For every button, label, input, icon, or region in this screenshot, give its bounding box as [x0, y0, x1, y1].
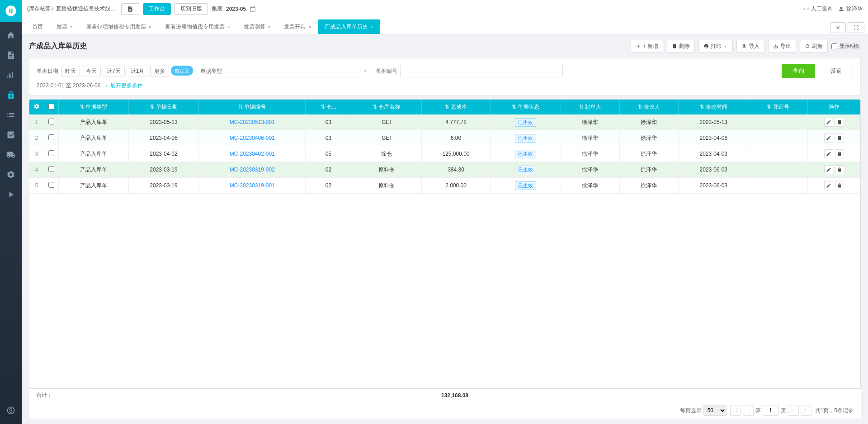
record-link[interactable]: MC-20230513-001	[230, 119, 275, 125]
btn-1month[interactable]: 近1月	[127, 66, 149, 76]
cell-checkbox[interactable]	[44, 146, 58, 162]
row-checkbox[interactable]	[48, 182, 54, 188]
show-detail-checkbox[interactable]	[831, 43, 837, 49]
delete-btn[interactable]: 删除	[667, 40, 695, 52]
delete-row-btn[interactable]	[835, 118, 844, 127]
table-row: 4 产品入库单 2023-03-19 MC-20230319-002 02 原料…	[29, 162, 860, 178]
btn-custom[interactable]: 自定义	[171, 66, 193, 76]
type-select[interactable]	[225, 65, 360, 77]
first-page-btn[interactable]: 《	[730, 405, 741, 416]
cell-checkbox[interactable]	[44, 178, 58, 194]
row-checkbox[interactable]	[48, 134, 54, 140]
tab-sales-vat[interactable]: 查看销项增值税专用发票 ×	[80, 19, 158, 34]
status-badge: 已生效	[515, 150, 536, 158]
edit-icon	[826, 151, 831, 157]
next-page-btn[interactable]: 〉	[788, 405, 799, 416]
tab-invoice-issue-close[interactable]: ×	[308, 24, 311, 29]
sidebar-item-play[interactable]	[0, 185, 22, 205]
edit-btn[interactable]	[824, 133, 833, 143]
sidebar-item-lock[interactable]	[0, 85, 22, 105]
cell-modifier: 徐泽华	[619, 114, 678, 130]
select-all-checkbox[interactable]	[48, 104, 54, 110]
topbar-right: 人工咨询 徐泽华	[803, 5, 863, 13]
tab-input-vat[interactable]: 查看进项增值税专用发票 ×	[158, 19, 237, 34]
edit-btn[interactable]	[824, 149, 833, 158]
record-link[interactable]: MC-20230319-002	[230, 167, 275, 173]
maximize-btn[interactable]: ⛶	[848, 22, 864, 33]
btn-today[interactable]: 今天	[82, 66, 101, 76]
cell-type: 产品入库单	[58, 146, 128, 162]
workbench-btn[interactable]: 工作台	[143, 3, 171, 15]
tab-product-inbound-close[interactable]: ×	[371, 24, 373, 29]
cell-checkbox[interactable]	[44, 130, 58, 146]
sidebar-item-task[interactable]	[0, 125, 22, 145]
btn-yesterday[interactable]: 昨天	[61, 66, 80, 76]
sidebar-item-warehouse[interactable]	[0, 145, 22, 165]
btn-7days[interactable]: 近7天	[103, 66, 125, 76]
cell-number: MC-20230402-001	[199, 146, 306, 162]
edit-btn[interactable]	[824, 118, 833, 127]
page-title: 产成品入库单历史	[29, 42, 87, 51]
tab-input-vat-close[interactable]: ×	[227, 24, 230, 29]
table-row: 1 产品入库单 2023-05-13 MC-20230513-001 03 GE…	[29, 114, 860, 130]
tab-invoice-issue[interactable]: 发票开具 ×	[277, 19, 318, 34]
delete-row-btn[interactable]	[835, 165, 844, 174]
cell-checkbox[interactable]	[44, 114, 58, 130]
calendar-icon[interactable]	[250, 6, 256, 12]
btn-more[interactable]: 更多	[150, 66, 169, 76]
import-btn[interactable]: 导入	[736, 40, 764, 52]
record-link[interactable]: MC-20230319-001	[230, 182, 275, 189]
print-btn[interactable]: 打印	[698, 40, 733, 52]
tab-invoice-calc-close[interactable]: ×	[268, 24, 271, 29]
tab-home[interactable]: 首页	[25, 19, 50, 34]
delete-row-btn[interactable]	[835, 149, 844, 158]
row-checkbox[interactable]	[48, 166, 54, 172]
th-settings[interactable]	[29, 100, 44, 114]
sidebar-item-chart[interactable]	[0, 65, 22, 85]
cell-wh-code: 02	[306, 178, 351, 194]
expand-btn[interactable]: 展开更多条件	[104, 82, 143, 90]
tab-invoice[interactable]: 发票 ×	[50, 19, 80, 34]
type-dropdown-icon[interactable]	[362, 68, 368, 74]
cell-date: 2023-03-19	[128, 178, 198, 194]
sidebar-item-version[interactable]	[0, 400, 22, 420]
per-page-select[interactable]: 50 100 200	[703, 405, 726, 416]
topbar-left: (库存核算）直播轻拢通信息技术股份... 工作台 切到旧版 账期 2023-05	[27, 3, 256, 15]
set-btn[interactable]: 设置	[819, 64, 853, 78]
sidebar-item-home[interactable]	[0, 25, 22, 45]
row-checkbox[interactable]	[48, 119, 54, 124]
delete-row-btn[interactable]	[835, 181, 844, 190]
main-area: (库存核算）直播轻拢通信息技术股份... 工作台 切到旧版 账期 2023-05…	[22, 0, 868, 424]
export-btn[interactable]: 导出	[768, 40, 796, 52]
prev-page-btn[interactable]: 〈	[743, 405, 754, 416]
query-btn[interactable]: 查询	[782, 64, 815, 78]
number-input[interactable]	[400, 65, 563, 77]
tab-invoice-calc[interactable]: 发票测算 ×	[237, 19, 278, 34]
cell-wh-name: GEf	[351, 130, 421, 146]
sidebar-item-settings2[interactable]	[0, 165, 22, 185]
last-page-btn[interactable]: 》	[801, 405, 811, 416]
page-input[interactable]	[763, 405, 779, 416]
tabbar-actions: ✕ ⛶	[830, 22, 864, 34]
record-link[interactable]: MC-20230406-001	[230, 135, 275, 141]
sidebar-item-document[interactable]	[0, 45, 22, 65]
user-service[interactable]: 人工咨询	[803, 5, 833, 13]
close-all-btn[interactable]: ✕	[830, 22, 846, 33]
new-btn[interactable]: + 新增	[631, 40, 663, 52]
edit-btn[interactable]	[824, 181, 833, 190]
cell-checkbox[interactable]	[44, 162, 58, 178]
tab-product-inbound[interactable]: 产成品入库单历史 ×	[318, 19, 380, 34]
sidebar-item-list[interactable]	[0, 105, 22, 125]
edit-btn[interactable]	[824, 165, 833, 174]
cell-cost: 2,000.00	[421, 178, 491, 194]
refresh-btn[interactable]: 刷新	[800, 40, 828, 52]
show-detail-label[interactable]: 显示明细	[831, 43, 861, 50]
tab-invoice-close[interactable]: ×	[70, 24, 73, 29]
row-checkbox[interactable]	[48, 150, 54, 156]
document-btn[interactable]	[121, 3, 139, 15]
delete-row-btn[interactable]	[835, 133, 844, 143]
th-checkbox[interactable]	[44, 100, 58, 114]
record-link[interactable]: MC-20230402-001	[230, 151, 275, 157]
switch-old-btn[interactable]: 切到旧版	[175, 3, 208, 15]
tab-sales-vat-close[interactable]: ×	[149, 24, 151, 29]
